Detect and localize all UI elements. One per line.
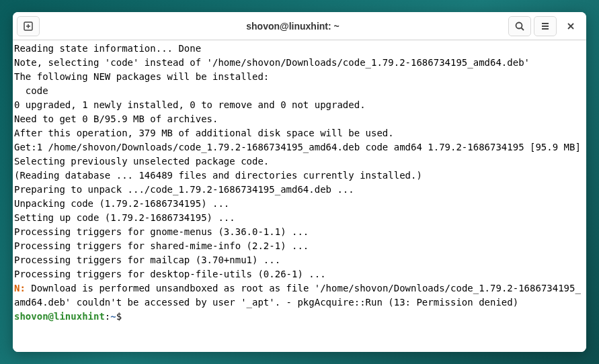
output-line: Unpacking code (1.79.2-1686734195) ... — [14, 197, 585, 211]
output-line: (Reading database ... 146489 files and d… — [14, 169, 585, 183]
titlebar: shovon@linuxhint: ~ — [13, 12, 586, 40]
output-line: Need to get 0 B/95.9 MB of archives. — [14, 112, 585, 126]
output-line: Processing triggers for mailcap (3.70+nm… — [14, 253, 585, 267]
output-line: Note, selecting 'code' instead of '/home… — [14, 56, 585, 70]
prompt-user-host: shovon@linuxhint — [14, 311, 105, 322]
close-button[interactable] — [559, 16, 582, 36]
output-line: Processing triggers for desktop-file-uti… — [14, 267, 585, 281]
output-line: 0 upgraded, 1 newly installed, 0 to remo… — [14, 98, 585, 112]
output-line: Get:1 /home/shovon/Downloads/code_1.79.2… — [14, 140, 585, 154]
prompt-path: ~ — [110, 311, 116, 322]
new-tab-button[interactable] — [17, 16, 40, 36]
hamburger-icon — [540, 21, 551, 32]
output-line: Selecting previously unselected package … — [14, 154, 585, 169]
output-line: code — [14, 84, 585, 98]
terminal-window: shovon@linuxhint: ~ — [13, 12, 586, 352]
terminal-output[interactable]: Reading state information... DoneNote, s… — [13, 40, 586, 352]
menu-button[interactable] — [534, 16, 557, 36]
output-line: Preparing to unpack .../code_1.79.2-1686… — [14, 183, 585, 197]
search-button[interactable] — [508, 16, 531, 36]
search-icon — [514, 21, 525, 32]
notice-line: N: Download is performed unsandboxed as … — [14, 281, 585, 310]
output-line: Processing triggers for gnome-menus (3.3… — [14, 225, 585, 239]
output-line: Reading state information... Done — [14, 42, 585, 56]
notice-prefix: N: — [14, 283, 31, 293]
svg-point-3 — [516, 22, 522, 28]
notice-text: Download is performed unsandboxed as roo… — [14, 283, 581, 308]
output-line: Setting up code (1.79.2-1686734195) ... — [14, 211, 585, 225]
prompt-symbol: $ — [116, 311, 128, 322]
titlebar-left — [17, 16, 97, 36]
cursor — [128, 311, 133, 322]
titlebar-right — [488, 16, 582, 36]
output-line: After this operation, 379 MB of addition… — [14, 126, 585, 140]
output-line: The following NEW packages will be insta… — [14, 70, 585, 84]
close-icon — [565, 21, 576, 32]
window-title: shovon@linuxhint: ~ — [97, 21, 488, 32]
output-line: Processing triggers for shared-mime-info… — [14, 239, 585, 253]
prompt-line: shovon@linuxhint:~$ — [14, 310, 585, 324]
plus-box-icon — [23, 21, 34, 32]
svg-line-4 — [522, 28, 524, 30]
